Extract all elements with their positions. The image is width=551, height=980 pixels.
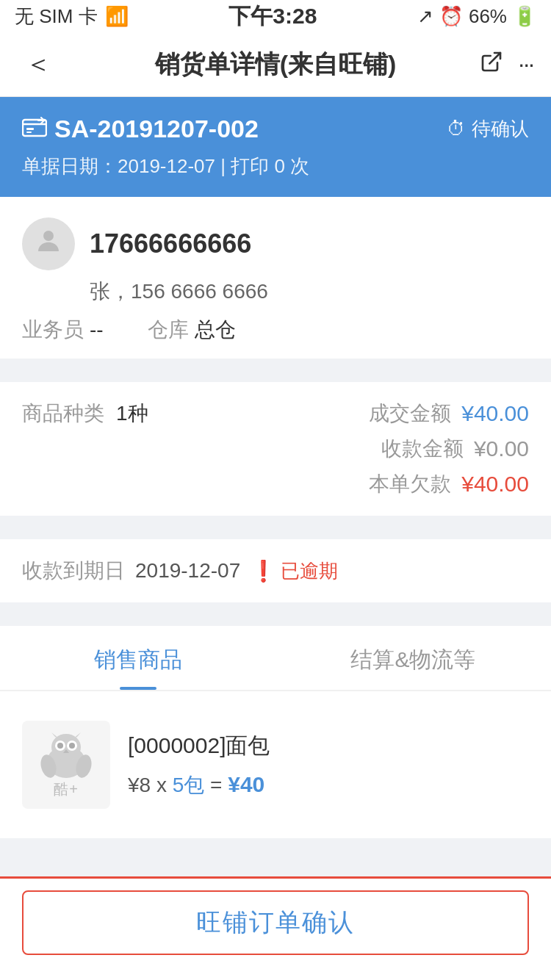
received-value: ¥0.00 [474, 436, 529, 461]
product-type-value: 1种 [116, 400, 148, 428]
salesperson-value: -- [90, 318, 104, 342]
summary-left: 商品种类 1种 [22, 400, 148, 428]
due-card: 收款到期日 2019-12-07 ❗ 已逾期 [0, 539, 551, 602]
order-id: SA-20191207-002 [22, 115, 259, 143]
due-date: 2019-12-07 [135, 559, 240, 583]
customer-phone: 17666666666 [90, 228, 251, 259]
owed-label: 本单欠款 [369, 470, 451, 498]
order-status: ⏱ 待确认 [447, 116, 529, 142]
amount-row-3: 本单欠款 ¥40.00 [369, 470, 529, 498]
owed-value: ¥40.00 [461, 472, 529, 497]
warehouse-item: 仓库 总仓 [148, 316, 236, 344]
order-header: SA-20191207-002 ⏱ 待确认 单据日期：2019-12-07 | … [0, 97, 551, 197]
alarm-icon: ⏰ [439, 5, 463, 28]
share-icon[interactable] [480, 49, 503, 80]
product-price: ¥8 x 5包 = ¥40 [128, 771, 529, 799]
customer-name: 张，156 6666 6666 [90, 278, 529, 306]
order-date: 单据日期：2019-12-07 | 打印 0 次 [22, 154, 529, 179]
summary-right: 成交金额 ¥40.00 收款金额 ¥0.00 本单欠款 ¥40.00 [369, 400, 529, 498]
nav-right-actions: ··· [480, 49, 533, 80]
qty-text: 5包 [173, 774, 205, 796]
svg-point-4 [43, 231, 54, 241]
confirm-order-button[interactable]: 旺铺订单确认 [22, 890, 529, 955]
battery-text: 66% [469, 5, 507, 28]
status-bar: 无 SIM 卡 📶 下午3:28 ↗ ⏰ 66% 🔋 [0, 0, 551, 32]
salesperson-item: 业务员 -- [22, 316, 104, 344]
bottom-bar: 旺铺订单确认 [0, 876, 551, 980]
svg-rect-2 [26, 128, 34, 130]
wifi-icon: 📶 [105, 5, 129, 28]
product-name: [0000002]面包 [128, 731, 529, 761]
price-text: ¥8 x [128, 774, 173, 796]
order-icon [22, 115, 47, 143]
divider-2 [0, 527, 551, 539]
page-title: 销货单详情(来自旺铺) [155, 48, 397, 82]
warehouse-value: 总仓 [195, 316, 236, 344]
overdue-text: 已逾期 [281, 558, 338, 584]
tabs: 销售商品 结算&物流等 [0, 626, 551, 691]
tab-settlement[interactable]: 结算&物流等 [276, 626, 551, 690]
no-sim-text: 无 SIM 卡 [15, 4, 98, 29]
customer-row: 17666666666 [22, 217, 529, 270]
person-icon [33, 226, 64, 263]
status-left: 无 SIM 卡 📶 [15, 4, 129, 29]
received-label: 收款金额 [381, 435, 464, 463]
overdue-badge: ❗ 已逾期 [251, 558, 338, 584]
amount-row-1: 成交金额 ¥40.00 [369, 400, 529, 428]
more-icon[interactable]: ··· [518, 51, 533, 78]
customer-meta: 业务员 -- 仓库 总仓 [22, 316, 529, 344]
svg-point-8 [57, 743, 63, 749]
svg-rect-3 [26, 131, 32, 133]
divider-1 [0, 370, 551, 382]
avatar [22, 217, 75, 270]
product-list: 酷+ [0000002]面包 ¥8 x 5包 = ¥40 [0, 691, 551, 838]
salesperson-label: 业务员 [22, 316, 84, 344]
clock-icon: ⏱ [447, 118, 466, 140]
product-type-label: 商品种类 [22, 400, 104, 428]
equals-text: = [204, 774, 228, 796]
summary-card: 商品种类 1种 成交金额 ¥40.00 收款金额 ¥0.00 本单欠款 ¥40.… [0, 382, 551, 516]
svg-line-0 [490, 53, 501, 64]
owl-logo: 酷+ [22, 721, 110, 809]
amount-label: 成交金额 [369, 400, 451, 428]
product-info: [0000002]面包 ¥8 x 5包 = ¥40 [128, 731, 529, 799]
product-thumbnail: 酷+ [22, 721, 110, 809]
svg-point-10 [69, 743, 75, 749]
divider-3 [0, 614, 551, 626]
location-icon: ↗ [417, 5, 433, 28]
tab-sales-products[interactable]: 销售商品 [0, 626, 276, 690]
customer-card: 17666666666 张，156 6666 6666 业务员 -- 仓库 总仓 [0, 197, 551, 359]
status-time: 下午3:28 [228, 1, 317, 32]
amount-row-2: 收款金额 ¥0.00 [381, 435, 529, 463]
status-right: ↗ ⏰ 66% 🔋 [417, 5, 536, 28]
back-button[interactable]: ＜ [18, 39, 59, 90]
order-header-top: SA-20191207-002 ⏱ 待确认 [22, 115, 529, 143]
warning-icon: ❗ [251, 559, 276, 583]
nav-bar: ＜ 销货单详情(来自旺铺) ··· [0, 32, 551, 97]
due-label: 收款到期日 [22, 557, 125, 585]
table-row: 酷+ [0000002]面包 ¥8 x 5包 = ¥40 [22, 706, 529, 824]
amount-value: ¥40.00 [461, 401, 529, 426]
warehouse-label: 仓库 [148, 316, 189, 344]
total-text: ¥40 [228, 772, 264, 796]
battery-icon: 🔋 [513, 5, 536, 28]
